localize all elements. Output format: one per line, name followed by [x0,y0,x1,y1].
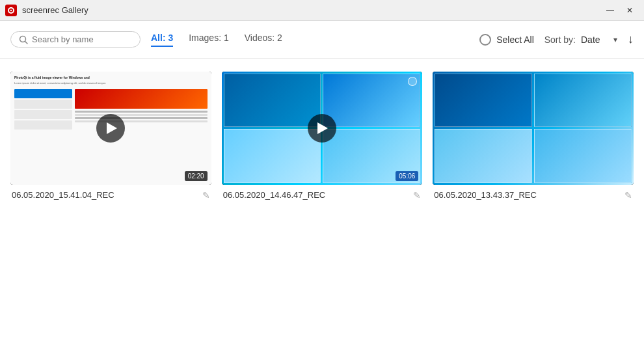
win-pane-1 [224,74,321,127]
win-pane-3 [224,129,321,182]
minimize-button[interactable]: — [601,3,619,18]
sidebar-item-selected [14,89,72,98]
select-all-container[interactable]: Select All [479,34,534,46]
win-pane-6 [534,74,632,127]
thumb1-line-4 [75,120,208,122]
thumb1-main [75,89,208,124]
edit-icon-1[interactable]: ✎ [202,190,210,200]
win-pane-8 [534,129,632,182]
sort-chevron-icon: ▾ [613,35,617,44]
win-pane-7 [435,129,532,182]
tab-all[interactable]: All: 3 [151,33,173,47]
search-input[interactable] [32,34,132,44]
item-name-2: 06.05.2020_14.46.47_REC [223,190,326,200]
select-all-checkbox[interactable] [479,34,491,46]
title-bar: screenrec Gallery — ✕ [0,0,644,21]
thumb1-line-1 [75,111,208,113]
select-all-label: Select All [496,34,534,45]
app-logo-icon [5,5,17,16]
duration-badge-1: 02:20 [185,171,208,181]
app-title: screenrec Gallery [22,5,601,15]
duration-badge-2: 05:06 [396,171,418,181]
thumb1-sidebar [14,89,72,130]
gallery-item[interactable]: PhotoQt is a fluid image viewer for Wind… [10,72,211,332]
play-triangle-2 [317,122,328,134]
toolbar: All: 3 Images: 1 Videos: 2 Select All So… [0,21,644,59]
thumb1-body-text: Lorem ipsum dolor sit amet, consectetur … [14,81,208,85]
thumb1-title-text: PhotoQt is a fluid image viewer for Wind… [14,76,208,79]
search-container[interactable] [10,31,141,48]
gallery-item-3[interactable]: 06.05.2020_13.43.37_REC ✎ [433,72,634,332]
svg-line-5 [25,41,28,44]
thumb1-image [75,89,208,109]
item-footer-3: 06.05.2020_13.43.37_REC ✎ [433,185,634,203]
filter-tabs: All: 3 Images: 1 Videos: 2 [151,33,469,47]
sidebar-item-3 [14,120,72,130]
edit-icon-2[interactable]: ✎ [413,190,421,200]
svg-point-3 [10,9,12,10]
play-triangle-1 [107,122,117,134]
thumb1-line-3 [75,117,208,119]
win-pane-5 [435,74,532,127]
tab-images[interactable]: Images: 1 [189,33,228,47]
gallery-grid: PhotoQt is a fluid image viewer for Wind… [0,59,644,345]
thumb1-line-2 [75,114,208,116]
edit-icon-3[interactable]: ✎ [624,190,632,200]
sort-label: Sort by: [544,34,576,45]
play-button-2[interactable] [308,114,336,143]
sidebar-item-1 [14,100,72,109]
play-button-1[interactable] [96,114,125,143]
thumb3-bg [433,72,634,185]
sort-container: Sort by: Date Name Size ▾ ↓ [544,33,634,46]
thumbnail-1: PhotoQt is a fluid image viewer for Wind… [10,72,211,185]
thumbnail-2: 05:06 [222,72,423,185]
item-footer-1: 06.05.2020_15.41.04_REC ✎ [10,185,211,203]
win-pane-2 [323,74,420,127]
close-button[interactable]: ✕ [621,3,639,18]
item-name-3: 06.05.2020_13.43.37_REC [434,190,537,200]
tab-videos[interactable]: Videos: 2 [245,33,282,47]
search-icon [19,35,28,44]
item-footer-2: 06.05.2020_14.46.47_REC ✎ [222,185,423,203]
thumbnail-3 [433,72,634,185]
download-icon[interactable]: ↓ [628,33,634,46]
item-name-1: 06.05.2020_15.41.04_REC [12,190,114,200]
gallery-item-2[interactable]: 05:06 06.05.2020_14.46.47_REC ✎ [222,72,423,332]
sidebar-item-2 [14,110,72,119]
window-controls: — ✕ [601,3,639,18]
sort-select[interactable]: Date Name Size [581,34,608,45]
